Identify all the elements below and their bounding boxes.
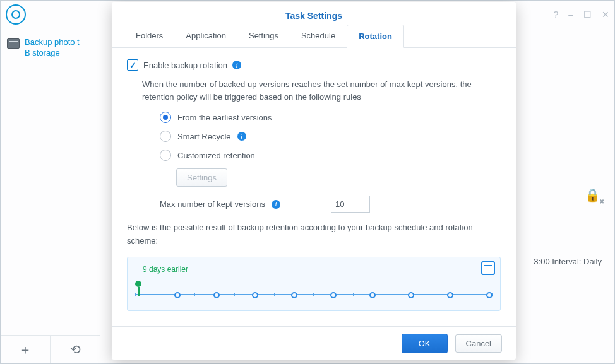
timeline-point xyxy=(447,292,453,298)
window-controls: ? – ☐ ✕ xyxy=(553,9,609,20)
tab-folders[interactable]: Folders xyxy=(124,25,174,48)
timeline-points xyxy=(135,292,493,298)
task-label-line2: B storage xyxy=(25,48,80,59)
timeline-point xyxy=(213,292,220,298)
dialog-footer: OK Cancel xyxy=(112,326,516,360)
max-versions-row: Max number of kept versions i xyxy=(160,196,501,213)
restore-button[interactable]: ⟲ xyxy=(51,336,100,363)
app-icon-inner xyxy=(11,10,20,19)
calendar-icon[interactable] xyxy=(481,261,495,275)
timeline-point xyxy=(174,292,181,298)
lock-disabled-icon[interactable]: 🔒 xyxy=(585,187,600,203)
timeline-point xyxy=(291,292,297,298)
sidebar: Backup photo t B storage ＋ ⟲ xyxy=(1,28,100,363)
restore-icon: ⟲ xyxy=(70,342,81,357)
info-icon[interactable]: i xyxy=(232,61,241,69)
retention-timeline: 9 days earlier xyxy=(127,257,501,311)
timeline-point xyxy=(252,292,258,298)
tab-application[interactable]: Application xyxy=(174,25,237,48)
timeline-point xyxy=(408,292,414,298)
radio-earliest-label: From the earliest versions xyxy=(177,113,272,122)
max-versions-label: Max number of kept versions xyxy=(160,199,265,209)
radio-custom-label: Customized retention xyxy=(177,151,255,160)
tab-rotation[interactable]: Rotation xyxy=(347,25,404,48)
plus-icon: ＋ xyxy=(19,341,32,358)
cancel-button[interactable]: Cancel xyxy=(455,334,502,353)
timeline-point xyxy=(486,292,493,298)
task-list-item[interactable]: Backup photo t B storage xyxy=(1,33,100,62)
task-label-line1: Backup photo t xyxy=(25,37,80,48)
retention-result-heading: Below is the possible result of backup r… xyxy=(127,221,501,248)
info-icon[interactable]: i xyxy=(237,132,246,141)
radio-smart-row[interactable]: Smart Recycle i xyxy=(160,131,501,142)
custom-settings-wrap: Settings xyxy=(176,168,501,187)
timeline-point xyxy=(135,281,141,287)
app-icon[interactable] xyxy=(6,4,26,25)
app-window: ? – ☐ ✕ Backup photo t B storage ＋ ⟲ xyxy=(0,0,615,364)
sidebar-footer: ＋ ⟲ xyxy=(1,335,100,363)
task-settings-dialog: Task Settings Folders Application Settin… xyxy=(112,2,516,360)
enable-rotation-row[interactable]: ✓ Enable backup rotation i xyxy=(127,59,501,71)
rotation-description: When the number of backed up versions re… xyxy=(142,78,501,103)
max-versions-input[interactable] xyxy=(331,196,370,213)
dialog-title: Task Settings xyxy=(112,2,516,25)
enable-rotation-label: Enable backup rotation xyxy=(143,61,227,70)
help-icon[interactable]: ? xyxy=(553,9,558,20)
task-icon xyxy=(7,38,20,49)
tab-settings[interactable]: Settings xyxy=(237,25,290,48)
task-label: Backup photo t B storage xyxy=(25,37,80,59)
maximize-icon[interactable]: ☐ xyxy=(583,9,592,20)
dialog-tabs: Folders Application Settings Schedule Ro… xyxy=(112,25,516,48)
timeline-start-label: 9 days earlier xyxy=(143,265,493,274)
radio-customized[interactable] xyxy=(160,150,171,161)
ok-button[interactable]: OK xyxy=(402,334,448,353)
timeline-point xyxy=(330,292,337,298)
radio-custom-row[interactable]: Customized retention xyxy=(160,150,501,161)
timeline-point xyxy=(369,292,376,298)
close-icon[interactable]: ✕ xyxy=(602,9,609,20)
radio-earliest[interactable] xyxy=(160,112,171,123)
minimize-icon[interactable]: – xyxy=(568,9,573,20)
radio-smart-recycle[interactable] xyxy=(160,131,171,142)
radio-earliest-row[interactable]: From the earliest versions xyxy=(160,112,501,123)
enable-rotation-checkbox[interactable]: ✓ xyxy=(127,59,138,71)
radio-smart-label: Smart Recycle xyxy=(177,132,231,141)
info-icon[interactable]: i xyxy=(272,200,280,209)
custom-settings-button[interactable]: Settings xyxy=(176,168,227,187)
tab-schedule[interactable]: Schedule xyxy=(290,25,347,48)
add-task-button[interactable]: ＋ xyxy=(1,336,51,363)
dialog-body: ✓ Enable backup rotation i When the numb… xyxy=(112,48,516,326)
